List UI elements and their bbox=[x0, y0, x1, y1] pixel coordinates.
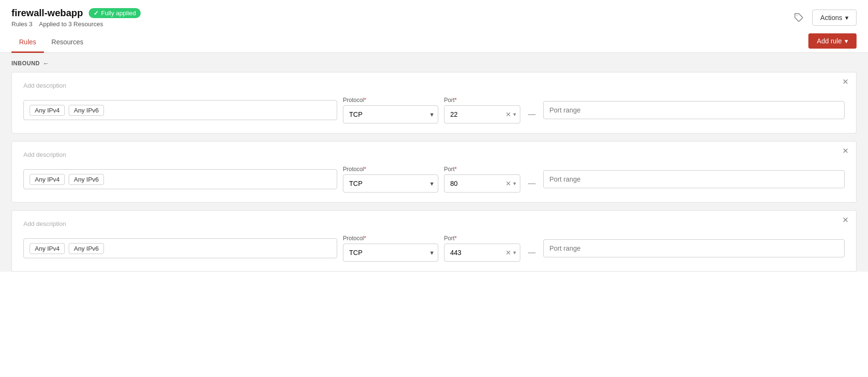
rule-3-port-label: Port* bbox=[444, 235, 520, 242]
inbound-text: INBOUND bbox=[11, 60, 40, 67]
rule-3-ip-tags[interactable]: Any IPv4 Any IPv6 bbox=[23, 238, 337, 258]
page-header: firewall-webapp Fully applied Rules 3 Ap… bbox=[0, 0, 868, 28]
rule-1-fields: Any IPv4 Any IPv6 Protocol* TCP UDP ICMP… bbox=[23, 97, 845, 123]
applied-count: Applied to 3 Resources bbox=[39, 20, 103, 28]
rule-2-port-range-input[interactable] bbox=[543, 170, 845, 188]
tab-resources[interactable]: Resources bbox=[44, 33, 91, 53]
rule-2-protocol-select-wrapper: TCP UDP ICMP Any bbox=[343, 174, 438, 193]
rule-2-description[interactable]: Add description bbox=[23, 151, 845, 158]
rule-2-ip-tag-ipv4: Any IPv4 bbox=[30, 174, 65, 185]
rule-2-port-input-wrapper: ✕ ▾ bbox=[444, 174, 520, 193]
rule-2-port-chevron-icon[interactable]: ▾ bbox=[513, 180, 516, 187]
rule-1-port-chevron-icon[interactable]: ▾ bbox=[513, 111, 516, 118]
rule-1-port-controls: ✕ ▾ bbox=[506, 111, 516, 118]
rule-2-fields: Any IPv4 Any IPv6 Protocol* TCP UDP ICMP… bbox=[23, 166, 845, 193]
rule-3-ip-tag-ipv6: Any IPv6 bbox=[69, 243, 104, 254]
inbound-arrow-icon: ← bbox=[43, 60, 50, 67]
tag-icon[interactable] bbox=[791, 10, 806, 25]
rule-2-port-label: Port* bbox=[444, 166, 520, 173]
rule-3-port-controls: ✕ ▾ bbox=[506, 249, 516, 256]
rule-1-ip-tags[interactable]: Any IPv4 Any IPv6 bbox=[23, 100, 337, 120]
add-rule-chevron-icon: ▾ bbox=[845, 37, 848, 45]
rule-3-fields: Any IPv4 Any IPv6 Protocol* TCP UDP ICMP… bbox=[23, 235, 845, 262]
rule-1-dash: — bbox=[528, 110, 536, 119]
rule-2-port-clear-icon[interactable]: ✕ bbox=[506, 180, 511, 187]
rule-3-port-input[interactable] bbox=[448, 247, 482, 258]
rule-1-protocol-select[interactable]: TCP UDP ICMP Any bbox=[343, 105, 438, 123]
rule-2-ip-tag-ipv6: Any IPv6 bbox=[69, 174, 104, 185]
content-area: INBOUND ← ✕ Add description Any IPv4 Any… bbox=[0, 53, 868, 272]
rule-3-protocol-select-wrapper: TCP UDP ICMP Any bbox=[343, 244, 438, 262]
rule-3-port-range-field bbox=[543, 239, 845, 257]
rules-count: Rules 3 bbox=[11, 20, 32, 28]
header-right: Actions ▾ bbox=[791, 8, 857, 26]
tab-actions: Add rule ▾ bbox=[808, 33, 857, 52]
rule-3-port-field: Port* ✕ ▾ bbox=[444, 235, 520, 262]
rule-3-protocol-select[interactable]: TCP UDP ICMP Any bbox=[343, 244, 438, 262]
rule-1-port-input[interactable] bbox=[448, 109, 482, 120]
rule-3-port-range-input[interactable] bbox=[543, 239, 845, 257]
rule-2-protocol-select[interactable]: TCP UDP ICMP Any bbox=[343, 174, 438, 193]
title-row: firewall-webapp Fully applied bbox=[11, 8, 141, 19]
rule-3-close-button[interactable]: ✕ bbox=[842, 216, 848, 224]
rule-1-ip-tag-ipv4: Any IPv4 bbox=[30, 105, 65, 116]
rule-3-protocol-field: Protocol* TCP UDP ICMP Any bbox=[343, 235, 438, 262]
rule-1-description[interactable]: Add description bbox=[23, 82, 845, 89]
rule-2-port-range-field bbox=[543, 170, 845, 188]
rule-1-protocol-label: Protocol* bbox=[343, 97, 438, 103]
rule-3-ip-tag-ipv4: Any IPv4 bbox=[30, 243, 65, 254]
rule-3-dash: — bbox=[528, 248, 536, 257]
rule-1-port-clear-icon[interactable]: ✕ bbox=[506, 111, 511, 118]
rule-1-port-range-input[interactable] bbox=[543, 101, 845, 119]
rule-3-port-input-wrapper: ✕ ▾ bbox=[444, 244, 520, 262]
rule-3-port-clear-icon[interactable]: ✕ bbox=[506, 249, 511, 256]
rule-1-port-range-field bbox=[543, 101, 845, 119]
actions-button[interactable]: Actions ▾ bbox=[812, 10, 857, 26]
rule-card-3: ✕ Add description Any IPv4 Any IPv6 Prot… bbox=[11, 210, 857, 272]
header-left: firewall-webapp Fully applied Rules 3 Ap… bbox=[11, 8, 141, 28]
rule-1-ip-tag-ipv6: Any IPv6 bbox=[69, 105, 104, 116]
status-badge: Fully applied bbox=[89, 8, 141, 18]
tabs-bar: Rules Resources Add rule ▾ bbox=[0, 33, 868, 53]
rule-1-port-field: Port* ✕ ▾ bbox=[444, 97, 520, 123]
rule-3-protocol-label: Protocol* bbox=[343, 235, 438, 242]
rule-2-port-input[interactable] bbox=[448, 178, 482, 189]
rule-2-protocol-label: Protocol* bbox=[343, 166, 438, 173]
tab-rules[interactable]: Rules bbox=[11, 33, 44, 53]
page-title: firewall-webapp bbox=[11, 8, 83, 19]
rule-1-protocol-field: Protocol* TCP UDP ICMP Any bbox=[343, 97, 438, 123]
actions-chevron-icon: ▾ bbox=[845, 14, 848, 21]
rule-3-description[interactable]: Add description bbox=[23, 220, 845, 227]
rule-2-ip-tags[interactable]: Any IPv4 Any IPv6 bbox=[23, 169, 337, 189]
rule-2-port-field: Port* ✕ ▾ bbox=[444, 166, 520, 193]
subtitle: Rules 3 Applied to 3 Resources bbox=[11, 20, 141, 28]
rule-3-port-chevron-icon[interactable]: ▾ bbox=[513, 249, 516, 256]
rule-card-1: ✕ Add description Any IPv4 Any IPv6 Prot… bbox=[11, 72, 857, 133]
add-rule-label: Add rule bbox=[817, 37, 842, 45]
rule-1-close-button[interactable]: ✕ bbox=[842, 78, 848, 86]
add-rule-button[interactable]: Add rule ▾ bbox=[808, 33, 857, 49]
rule-1-port-input-wrapper: ✕ ▾ bbox=[444, 105, 520, 123]
rule-2-protocol-field: Protocol* TCP UDP ICMP Any bbox=[343, 166, 438, 193]
rule-card-2: ✕ Add description Any IPv4 Any IPv6 Prot… bbox=[11, 141, 857, 203]
rule-1-protocol-select-wrapper: TCP UDP ICMP Any bbox=[343, 105, 438, 123]
rule-2-close-button[interactable]: ✕ bbox=[842, 147, 848, 155]
inbound-label: INBOUND ← bbox=[0, 53, 868, 72]
rule-2-dash: — bbox=[528, 179, 536, 188]
rule-1-port-label: Port* bbox=[444, 97, 520, 103]
actions-label: Actions bbox=[820, 14, 842, 21]
rule-2-port-controls: ✕ ▾ bbox=[506, 180, 516, 187]
